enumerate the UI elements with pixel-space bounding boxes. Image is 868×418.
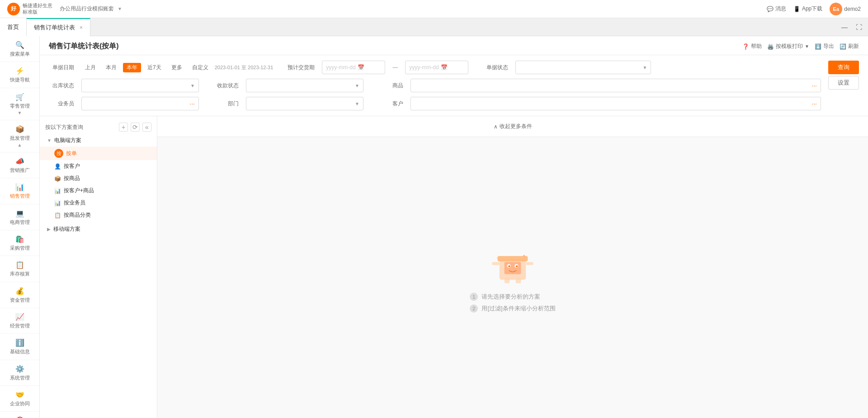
panel-refresh-icon: ⟳ <box>132 124 138 131</box>
sidebar-item-operations[interactable]: 📈 经营管理 <box>0 308 39 334</box>
date-last-month-btn[interactable]: 上月 <box>81 63 99 72</box>
salesperson-tree-icon: 📊 <box>54 200 61 206</box>
tab-close-button[interactable]: × <box>80 24 83 31</box>
collapse-more-button[interactable]: ∧ 收起更多条件 <box>491 120 535 133</box>
date-this-month-btn[interactable]: 本月 <box>102 63 120 72</box>
panel-refresh-button[interactable]: ⟳ <box>131 123 140 132</box>
date-shortcuts: 上月 本月 本年 近7天 更多 自定义 2023-01-01 至 2023-12… <box>81 63 273 72</box>
empty-state: ✦ ✦ 1 请先选择要分析的方案 2 用[过滤]条件来缩小分析范围 <box>470 240 555 313</box>
finance-icon: 💰 <box>15 287 24 295</box>
panel-add-button[interactable]: + <box>119 123 128 132</box>
customer-label: 客户 <box>378 100 403 108</box>
customer-input[interactable]: ··· <box>410 97 821 110</box>
order-icon: 按 <box>54 149 63 158</box>
print-dropdown-icon: ▼ <box>805 44 809 49</box>
sidebar-item-onboarding[interactable]: 🎯 新手引导 <box>0 412 39 418</box>
sidebar-item-inventory[interactable]: 📋 库存核算 <box>0 256 39 282</box>
basic-icon: ℹ️ <box>15 338 24 347</box>
empty-tip-1: 1 请先选择要分析的方案 <box>470 293 555 301</box>
help-button[interactable]: ❓ 帮助 <box>742 43 762 50</box>
top-bar-left: 好 畅捷通好生意 标准版 办公用品行业模拟账套 ▼ <box>7 3 122 15</box>
filter-row-1: 单据日期 上月 本月 本年 近7天 更多 自定义 2023-01-01 至 20… <box>49 61 821 74</box>
customer-more-button[interactable]: ··· <box>811 100 817 107</box>
sidebar-item-wholesale[interactable]: 📦 批发管理 ▲ <box>0 120 39 152</box>
delivery-status-select[interactable]: ▼ <box>81 79 199 92</box>
date-this-year-btn[interactable]: 本年 <box>123 63 141 72</box>
left-panel: 按以下方案查询 + ⟳ « ▼ 电脑端 <box>40 116 157 418</box>
sales-icon: 📊 <box>15 183 24 191</box>
sidebar-item-enterprise[interactable]: 🤝 企业协同 <box>0 386 39 412</box>
collapse-up-icon: ∧ <box>494 124 498 130</box>
sidebar-item-system[interactable]: ⚙️ 系统管理 <box>0 360 39 386</box>
page-title: 销售订单统计表(按单) <box>49 42 119 51</box>
payment-status-dropdown-icon: ▼ <box>355 83 359 88</box>
svg-rect-2 <box>505 262 521 274</box>
app-download-button[interactable]: 📱 App下载 <box>793 5 822 13</box>
refresh-icon: 🔄 <box>840 43 846 50</box>
tree-section-pc[interactable]: ▼ 电脑端方案 <box>40 134 157 147</box>
refresh-button[interactable]: 🔄 刷新 <box>840 43 859 50</box>
query-button[interactable]: 查询 <box>828 61 859 74</box>
sidebar-item-procurement[interactable]: 🛍️ 采购管理 <box>0 230 39 256</box>
tree-item-by-customer[interactable]: 👤 按客户 <box>40 160 157 172</box>
salesperson-label: 业务员 <box>49 100 74 108</box>
panel-icons: + ⟳ « <box>119 123 151 132</box>
tree-item-by-goods[interactable]: 📦 按商品 <box>40 172 157 185</box>
tab-minimize-button[interactable]: — <box>839 22 850 33</box>
panel-collapse-button[interactable]: « <box>142 123 151 132</box>
message-button[interactable]: 💬 消息 <box>767 5 786 13</box>
query-buttons: 查询 设置 <box>828 61 859 90</box>
sidebar-item-retail[interactable]: 🛒 零售管理 ▼ <box>0 88 39 120</box>
panel-header: 按以下方案查询 + ⟳ « <box>40 120 157 134</box>
logo-area: 好 畅捷通好生意 标准版 <box>7 3 52 15</box>
tree-item-by-customer-goods[interactable]: 📊 按客户+商品 <box>40 185 157 197</box>
date-more-btn[interactable]: 更多 <box>168 63 186 72</box>
sidebar-item-finance[interactable]: 💰 资金管理 <box>0 282 39 308</box>
message-icon: 💬 <box>767 6 774 12</box>
template-print-button[interactable]: 🖨️ 按模板打印 ▼ <box>767 43 809 50</box>
expected-date-end[interactable]: yyyy-mm-dd 📅 <box>405 61 468 74</box>
sidebar-item-marketing[interactable]: 📣 营销推广 <box>0 152 39 178</box>
salesperson-input[interactable]: ··· <box>81 97 199 110</box>
mobile-tree-expand-icon: ▶ <box>47 227 51 232</box>
calendar-icon: 📅 <box>358 64 364 71</box>
tree-item-by-goods-category[interactable]: 📋 按商品分类 <box>40 209 157 221</box>
date-custom-btn[interactable]: 自定义 <box>189 63 212 72</box>
breadcrumb-dropdown-icon[interactable]: ▼ <box>118 6 122 11</box>
tab-home[interactable]: 首页 <box>0 18 27 36</box>
svg-text:✦: ✦ <box>522 253 526 258</box>
tree-item-by-salesperson[interactable]: 📊 按业务员 <box>40 197 157 209</box>
help-icon: ❓ <box>742 43 749 50</box>
tree-section-mobile[interactable]: ▶ 移动端方案 <box>40 223 157 235</box>
goods-input[interactable]: ··· <box>410 79 821 92</box>
user-profile[interactable]: Ea demo2 <box>830 3 861 15</box>
salesperson-more-button[interactable]: ··· <box>189 100 195 107</box>
tab-maximize-button[interactable]: ⛶ <box>854 22 864 33</box>
sidebar-item-basic[interactable]: ℹ️ 基础信息 <box>0 334 39 360</box>
goods-more-button[interactable]: ··· <box>811 82 817 89</box>
settings-button[interactable]: 设置 <box>828 76 859 90</box>
tab-sales-order-stats[interactable]: 销售订单统计表 × <box>27 18 90 36</box>
enterprise-icon: 🤝 <box>15 390 24 399</box>
svg-rect-8 <box>526 262 533 265</box>
goods-label: 商品 <box>378 82 403 90</box>
export-icon: ⬇️ <box>815 43 821 50</box>
sidebar-item-quick-nav[interactable]: ⚡ 快捷导航 <box>0 62 39 88</box>
export-button[interactable]: ⬇️ 导出 <box>815 43 834 50</box>
tip-number-1: 1 <box>470 293 478 301</box>
filter-row-3: 业务员 ··· 部门 ▼ 客户 ··· <box>49 97 821 110</box>
sidebar-item-sales[interactable]: 📊 销售管理 <box>0 178 39 204</box>
page-header: 销售订单统计表(按单) ❓ 帮助 🖨️ 按模板打印 ▼ ⬇️ 导出 🔄 刷新 <box>40 36 868 55</box>
content-body: 按以下方案查询 + ⟳ « ▼ 电脑端 <box>40 116 868 418</box>
onboarding-icon: 🎯 <box>15 416 24 418</box>
expected-date-start[interactable]: yyyy-mm-dd 📅 <box>322 61 385 74</box>
bill-status-select[interactable]: ▼ <box>515 61 651 74</box>
wholesale-icon: 📦 <box>15 125 24 133</box>
sidebar-item-ecommerce[interactable]: 💻 电商管理 <box>0 204 39 230</box>
tree-item-by-order[interactable]: 按 按单 <box>40 147 157 160</box>
department-select[interactable]: ▼ <box>246 97 363 110</box>
date-7days-btn[interactable]: 近7天 <box>144 63 165 72</box>
wholesale-expand-icon: ▲ <box>18 142 22 147</box>
payment-status-select[interactable]: ▼ <box>246 79 363 92</box>
sidebar-item-search-menu[interactable]: 🔍 搜索菜单 <box>0 36 39 62</box>
